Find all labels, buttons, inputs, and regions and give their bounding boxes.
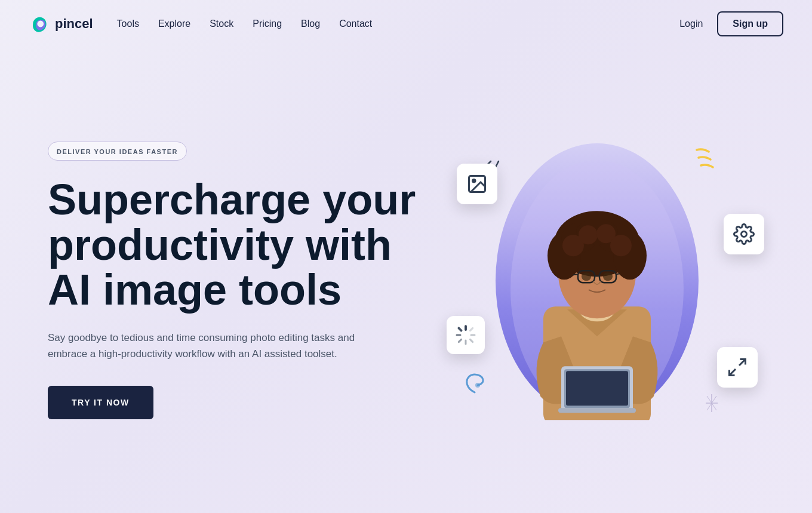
svg-point-40 [475, 383, 480, 388]
navbar: pincel Tools Explore Stock Pricing Blog … [0, 0, 812, 48]
svg-point-22 [603, 272, 613, 281]
svg-point-13 [579, 225, 598, 244]
hero-illustration [430, 113, 764, 448]
svg-point-29 [742, 231, 747, 236]
svg-point-21 [582, 272, 591, 281]
nav-left: pincel Tools Explore Stock Pricing Blog … [29, 13, 372, 35]
settings-icon [733, 223, 755, 245]
signup-button[interactable]: Sign up [717, 11, 783, 36]
svg-point-0 [37, 21, 44, 27]
svg-line-33 [470, 339, 472, 342]
hero-content: DELIVER YOUR IDEAS FASTER Supercharge yo… [48, 142, 418, 419]
cta-button[interactable]: TRY IT NOW [48, 386, 153, 419]
login-button[interactable]: Login [679, 19, 703, 29]
nav-right: Login Sign up [679, 11, 783, 36]
nav-explore[interactable]: Explore [158, 19, 190, 29]
svg-line-32 [459, 328, 461, 330]
nav-pricing[interactable]: Pricing [253, 19, 282, 29]
float-card-settings [724, 214, 764, 254]
hero-section: DELIVER YOUR IDEAS FASTER Supercharge yo… [0, 48, 812, 513]
badge-text: DELIVER YOUR IDEAS FASTER [57, 148, 178, 155]
nav-tools[interactable]: Tools [117, 19, 139, 29]
svg-line-36 [459, 339, 461, 342]
float-card-loader [447, 316, 485, 354]
svg-line-19 [573, 274, 578, 275]
hero-description: Say goodbye to tedious and time consumin… [48, 330, 358, 362]
deco-squiggle [457, 363, 493, 401]
expand-icon [727, 357, 748, 378]
nav-links: Tools Explore Stock Pricing Blog Contact [117, 19, 373, 29]
deco-sparkle [706, 394, 718, 414]
person-illustration [508, 157, 687, 420]
svg-line-37 [470, 328, 472, 330]
logo-text: pincel [55, 16, 93, 32]
nav-blog[interactable]: Blog [301, 19, 320, 29]
image-icon [466, 173, 488, 195]
deco-yellow-lines [694, 147, 718, 178]
logo-icon [29, 13, 50, 35]
svg-line-20 [616, 274, 620, 274]
svg-line-39 [729, 369, 736, 376]
svg-line-38 [739, 359, 746, 365]
float-card-image [457, 164, 497, 204]
loader-icon [455, 324, 476, 346]
svg-rect-25 [566, 371, 628, 406]
hero-title: Supercharge your productivity with AI im… [48, 177, 418, 313]
svg-rect-26 [558, 408, 636, 413]
nav-stock[interactable]: Stock [210, 19, 233, 29]
nav-contact[interactable]: Contact [339, 19, 372, 29]
float-card-expand [717, 347, 758, 388]
hero-badge: DELIVER YOUR IDEAS FASTER [48, 142, 187, 161]
svg-point-28 [472, 179, 475, 182]
logo-link[interactable]: pincel [29, 13, 93, 35]
svg-point-15 [610, 235, 632, 256]
